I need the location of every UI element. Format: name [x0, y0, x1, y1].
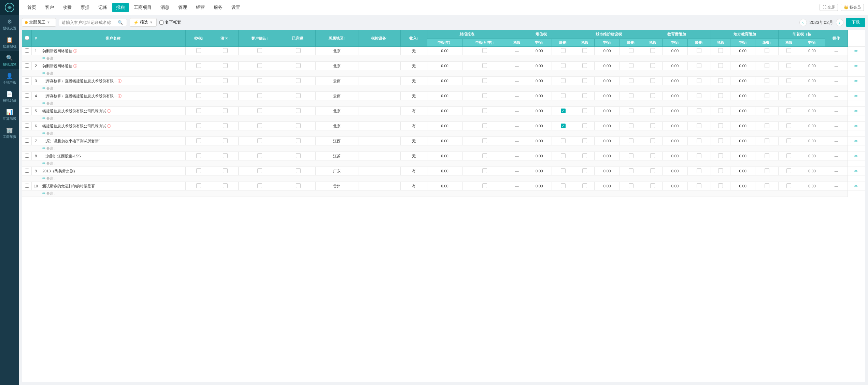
nav-business[interactable]: 工商项目: [130, 3, 156, 12]
th-declared[interactable]: 已完税↑: [281, 30, 315, 47]
row-actions[interactable]: ✏: [848, 152, 865, 160]
row-taxrate[interactable]: [185, 62, 212, 70]
named-account-checkbox-label[interactable]: 名下帐套: [159, 19, 181, 25]
row-declared[interactable]: [281, 152, 315, 160]
row-checkbox-cell[interactable]: [22, 92, 32, 100]
member-button[interactable]: 👑 畅会员: [841, 4, 864, 11]
edit-icon[interactable]: ✏: [854, 169, 858, 174]
row-zengzhi-declare[interactable]: ✓: [552, 107, 575, 115]
row-jiaoyu-fee[interactable]: [711, 122, 730, 130]
note-cell[interactable]: ✏ 备注：: [40, 175, 848, 182]
row-caibao-year[interactable]: [463, 77, 507, 85]
edit-icon[interactable]: ✏: [854, 184, 858, 189]
row-clearcard[interactable]: [212, 152, 239, 160]
row-jiaoyu-declare[interactable]: [687, 122, 711, 130]
th-taxrate[interactable]: 抄税↑: [185, 30, 212, 47]
row-declared[interactable]: [281, 47, 315, 55]
row-jiaoyu-declare[interactable]: [687, 167, 711, 175]
row-cheng-fee[interactable]: [643, 122, 662, 130]
row-cheng-declare[interactable]: [620, 122, 643, 130]
row-cheng-declare[interactable]: [620, 152, 643, 160]
nav-fee[interactable]: 收费: [59, 3, 76, 12]
th-zengzhi-declare[interactable]: 申报↑: [527, 39, 552, 47]
edit-icon[interactable]: ✏: [854, 124, 858, 129]
row-jiaoyu-fee[interactable]: [711, 62, 730, 70]
row-jiaoyu-declare[interactable]: [687, 152, 711, 160]
row-checkbox-cell[interactable]: [22, 182, 32, 190]
row-checkbox[interactable]: [25, 169, 29, 173]
nav-bookkeeping[interactable]: 记账: [94, 3, 111, 12]
note-cell[interactable]: ✏ 备注：: [40, 100, 848, 107]
edit-icon[interactable]: ✏: [854, 79, 858, 84]
nav-home[interactable]: 首页: [23, 3, 40, 12]
row-cheng-fee[interactable]: [643, 107, 662, 115]
th-region[interactable]: 所属地区↑: [315, 30, 358, 47]
th-zengzhi-fee[interactable]: 缴费↑: [552, 39, 575, 47]
sidebar-item-jilu[interactable]: 📄 报税记录: [0, 87, 19, 105]
row-confirm[interactable]: [239, 92, 281, 100]
row-difang-declare[interactable]: [755, 137, 779, 145]
row-difang-fee[interactable]: [779, 62, 799, 70]
row-clearcard[interactable]: [212, 107, 239, 115]
row-name[interactable]: 勿删新锐网络通信 ⓘ: [40, 62, 186, 70]
row-checkbox[interactable]: [25, 94, 29, 98]
row-caibao-year[interactable]: [463, 152, 507, 160]
row-difang-fee[interactable]: [779, 182, 799, 190]
row-zengzhi-declare[interactable]: [552, 167, 575, 175]
th-income[interactable]: 收入↑: [401, 30, 427, 47]
row-jiaoyu-fee[interactable]: [711, 167, 730, 175]
row-actions[interactable]: ✏: [848, 167, 865, 175]
row-jiaoyu-declare[interactable]: [687, 77, 711, 85]
row-difang-declare[interactable]: [755, 152, 779, 160]
row-name[interactable]: 2013（陶美劳勿删）: [40, 167, 186, 175]
row-checkbox-cell[interactable]: [22, 167, 32, 175]
row-zengzhi-fee[interactable]: [575, 92, 594, 100]
employee-filter-select[interactable]: 全部员工 ▼: [22, 18, 56, 27]
row-confirm[interactable]: [239, 62, 281, 70]
row-declared[interactable]: [281, 137, 315, 145]
row-name[interactable]: 勿删新锐网络通信 ⓘ: [40, 47, 186, 55]
th-taxdevice[interactable]: 税控设备↑: [358, 30, 401, 47]
nav-invoice[interactable]: 票据: [76, 3, 94, 12]
row-name[interactable]: （库存核算）直播畅捷通信息技术股份有限... ⓘ: [40, 77, 186, 85]
th-yinhua-declare[interactable]: 申报↑: [799, 39, 825, 47]
nav-customer[interactable]: 客户: [41, 3, 58, 12]
row-difang-fee[interactable]: [779, 167, 799, 175]
row-jiaoyu-declare[interactable]: [687, 92, 711, 100]
row-difang-fee[interactable]: [779, 137, 799, 145]
row-difang-declare[interactable]: [755, 182, 779, 190]
note-cell[interactable]: ✏ 备注：: [40, 160, 848, 167]
edit-icon[interactable]: ✏: [854, 154, 858, 159]
row-checkbox[interactable]: [25, 48, 29, 53]
row-zengzhi-fee[interactable]: [575, 122, 594, 130]
row-zengzhi-fee[interactable]: [575, 137, 594, 145]
th-confirm[interactable]: 客户确认↑: [239, 30, 281, 47]
named-account-checkbox[interactable]: [159, 20, 163, 25]
row-taxrate[interactable]: [185, 92, 212, 100]
row-actions[interactable]: ✏: [848, 77, 865, 85]
row-zengzhi-declare[interactable]: [552, 137, 575, 145]
row-jiaoyu-fee[interactable]: [711, 137, 730, 145]
edit-icon[interactable]: ✏: [854, 109, 858, 114]
th-cheng-declare[interactable]: 申报↑: [595, 39, 620, 47]
row-caibao-year[interactable]: [463, 182, 507, 190]
row-name[interactable]: 畅捷通信息技术股份有限公司民珠测试 ⓘ: [40, 107, 186, 115]
row-jiaoyu-fee[interactable]: [711, 77, 730, 85]
row-checkbox[interactable]: [25, 154, 29, 158]
row-cheng-declare[interactable]: [620, 92, 643, 100]
row-declared[interactable]: [281, 182, 315, 190]
row-actions[interactable]: ✏: [848, 47, 865, 55]
edit-icon[interactable]: ✏: [854, 94, 858, 99]
row-name[interactable]: （原）误删勿改李艳平测试所套新1: [40, 137, 186, 145]
note-cell[interactable]: ✏ 备注：: [40, 85, 848, 92]
row-jiaoyu-fee[interactable]: [711, 107, 730, 115]
row-caibao-year[interactable]: [463, 137, 507, 145]
row-checkbox-cell[interactable]: [22, 47, 32, 55]
th-jiaoyu-fee[interactable]: 缴费↑: [687, 39, 711, 47]
row-difang-fee[interactable]: [779, 122, 799, 130]
row-confirm[interactable]: [239, 167, 281, 175]
row-zengzhi-declare[interactable]: [552, 152, 575, 160]
next-month-button[interactable]: ›: [836, 19, 843, 26]
row-confirm[interactable]: [239, 77, 281, 85]
row-zengzhi-declare[interactable]: [552, 62, 575, 70]
